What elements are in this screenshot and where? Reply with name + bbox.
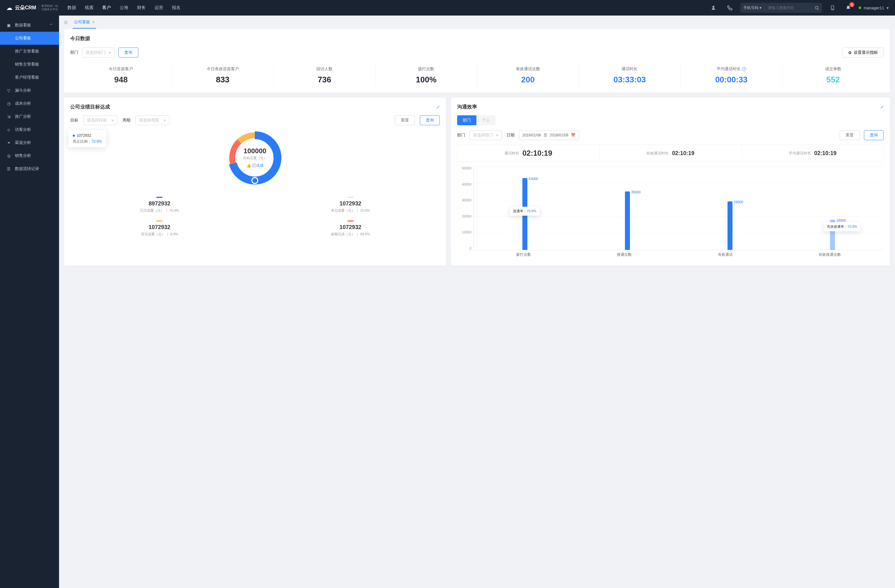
calendar-icon: 📅 <box>571 133 575 137</box>
date-range-picker[interactable]: 2018/01/08 至 2018/01/08 📅 <box>519 130 579 140</box>
donut-tooltip: 1072932 所占比例：70.9% <box>68 130 106 147</box>
gear-icon: ⚙ <box>848 50 852 55</box>
dept-label: 部门 <box>70 50 78 55</box>
search-input[interactable] <box>765 6 812 10</box>
chevron-up-icon: ⌃ <box>49 23 53 28</box>
today-title: 今日数据 <box>70 35 884 42</box>
chevron-down-icon: ▼ <box>496 133 499 137</box>
comm-stat: 有效通话时长02:10:19 <box>599 145 742 162</box>
close-icon[interactable]: ✕ <box>92 20 95 24</box>
bar: 35000 <box>625 191 630 250</box>
sidebar-item[interactable]: ⚭渠道分析 <box>0 136 59 149</box>
list-icon: ☰ <box>6 167 11 171</box>
logo-subtitle: 教育机构一站 式服务云平台 <box>38 5 58 11</box>
metric: 今日有效首咨客户833 <box>172 64 273 86</box>
svg-point-1 <box>815 6 818 9</box>
nav-item[interactable]: 财务 <box>137 4 146 12</box>
expand-icon[interactable]: ⤢ <box>880 105 884 109</box>
share-icon: ⇲ <box>6 114 11 119</box>
bar: 29000 <box>728 202 733 250</box>
chevron-down-icon: ▼ <box>163 119 166 122</box>
help-icon[interactable]: ? <box>742 67 746 71</box>
comm-title: 沟通效率 <box>457 104 477 110</box>
sidebar-sub-item[interactable]: 推广主管看板 <box>0 45 59 58</box>
visitor-icon: ☺ <box>6 127 11 132</box>
goal-card: 公司业绩目标达成 ⤢ 目标 请选择目标▼ 周期 请选择周期▼ 重置 查询 <box>64 98 446 266</box>
legend-item: 1072932应完成量（元） ｜ 8.9% <box>70 220 249 236</box>
reset-button[interactable]: 重置 <box>395 115 415 125</box>
search-button[interactable] <box>812 6 822 10</box>
search-type-select[interactable]: 手机号码▾ <box>740 5 765 11</box>
top-nav: 数据线索客户公海财务运营报名 <box>67 4 181 12</box>
reset-button[interactable]: 重置 <box>840 130 860 140</box>
search-group: 手机号码▾ <box>740 3 822 13</box>
metric: 平均通话时长?00:00:33 <box>681 64 782 86</box>
comm-stat: 通话时长02:10:19 <box>457 145 599 162</box>
nav-item[interactable]: 线索 <box>85 4 94 12</box>
target-icon: ◎ <box>6 153 11 158</box>
metric: 成交单数552 <box>783 64 884 86</box>
settings-metrics-button[interactable]: ⚙设置显示指标 <box>842 47 884 58</box>
sidebar-item[interactable]: ◎销售分析 <box>0 149 59 162</box>
tab-bar: ☰ 公司看板 ✕ <box>64 15 890 29</box>
nav-item[interactable]: 公海 <box>120 4 128 12</box>
thumb-up-icon: 👍 <box>246 163 251 168</box>
sidebar-sub-item[interactable]: 销售主管看板 <box>0 58 59 71</box>
dept-select[interactable]: 请选择部门▼ <box>82 47 115 58</box>
nav-item[interactable]: 运营 <box>155 4 163 12</box>
metric: 拨打次数100% <box>375 64 477 86</box>
x-category: 有效接通次数 <box>819 252 841 259</box>
user-menu[interactable]: manager11 ▾ <box>859 6 889 10</box>
expand-icon[interactable]: ⤢ <box>436 105 440 109</box>
notification-badge: 5 <box>849 2 854 7</box>
logo: ☁ 云朵CRM 教育机构一站 式服务云平台 <box>6 4 58 12</box>
nav-item[interactable]: 数据 <box>67 4 76 12</box>
clock-icon: ◷ <box>6 101 11 106</box>
sidebar-sub-item[interactable]: 客户经理看板 <box>0 71 59 84</box>
target-select[interactable]: 请选择目标▼ <box>83 115 117 125</box>
chevron-down-icon: ▾ <box>760 6 762 10</box>
sidebar-item[interactable]: ☺访客分析 <box>0 123 59 136</box>
seg-person[interactable]: 个人 <box>476 115 496 125</box>
target-label: 目标 <box>70 117 78 123</box>
dashboard-icon: ▣ <box>6 23 11 28</box>
main-content: ☰ 公司看板 ✕ 今日数据 部门 请选择部门▼ 查询 ⚙设置显示指标 今日首咨客… <box>59 15 895 588</box>
top-header: ☁ 云朵CRM 教育机构一站 式服务云平台 数据线索客户公海财务运营报名 手机号… <box>0 0 895 15</box>
comm-date-label: 日期 <box>507 132 514 138</box>
user-add-icon[interactable] <box>709 3 719 13</box>
metric: 回访人数736 <box>274 64 375 86</box>
tab-company-board[interactable]: 公司看板 ✕ <box>73 16 96 29</box>
comm-segment: 部门 个人 <box>457 115 496 125</box>
menu-toggle-icon[interactable]: ☰ <box>64 20 68 25</box>
legend-item: 8972932已完成量（元） ｜ 70.9% <box>70 197 249 213</box>
dot-icon <box>73 135 75 137</box>
period-select[interactable]: 请选择周期▼ <box>135 115 170 125</box>
bell-icon[interactable]: 5 <box>843 3 853 13</box>
sidebar-sub-item[interactable]: 公司看板 <box>0 32 59 45</box>
sidebar: ▣数据看板 ⌃ 公司看板推广主管看板销售主管看板客户经理看板 ▽漏斗分析◷成本分… <box>0 15 59 588</box>
query-button[interactable]: 查询 <box>118 47 138 58</box>
sidebar-group-dashboard[interactable]: ▣数据看板 ⌃ <box>0 19 59 32</box>
sidebar-item[interactable]: ☰数据流转记录 <box>0 162 59 175</box>
header-right: 手机号码▾ 5 manager11 ▾ <box>709 3 889 13</box>
query-button[interactable]: 查询 <box>420 115 440 125</box>
nav-item[interactable]: 报名 <box>172 4 181 12</box>
legend-item: 1072932未完成量（元） ｜ 20.9% <box>261 197 440 213</box>
period-label: 周期 <box>123 117 130 123</box>
query-button[interactable]: 查询 <box>864 130 884 140</box>
donut-center: 100000 目标总量（元） 👍已达成 <box>243 147 267 168</box>
comm-dept-select[interactable]: 请选择部门▼ <box>470 130 502 140</box>
anno-connect-rate: 接通率：70.9% <box>510 207 540 216</box>
sidebar-item[interactable]: ⇲推广分析 <box>0 110 59 123</box>
seg-dept[interactable]: 部门 <box>457 115 476 125</box>
sidebar-item[interactable]: ◷成本分析 <box>0 97 59 110</box>
comm-card: 沟通效率 ⤢ 部门 个人 部门 请选择部门▼ 日期 2018/01/08 至 2… <box>451 98 890 266</box>
logo-text: 云朵CRM <box>15 5 36 11</box>
today-data-card: 今日数据 部门 请选择部门▼ 查询 ⚙设置显示指标 今日首咨客户948今日有效首… <box>64 29 890 92</box>
metric: 通话时长03:33:03 <box>579 64 681 86</box>
mobile-icon[interactable] <box>828 3 837 13</box>
channel-icon: ⚭ <box>6 141 11 145</box>
phone-icon[interactable] <box>725 3 735 13</box>
sidebar-item[interactable]: ▽漏斗分析 <box>0 84 59 97</box>
nav-item[interactable]: 客户 <box>102 4 111 12</box>
